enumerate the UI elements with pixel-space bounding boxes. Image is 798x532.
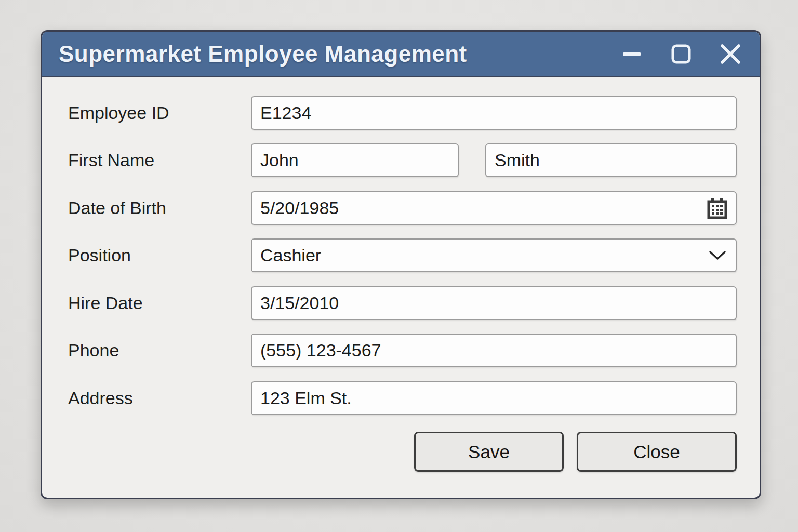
first-name-input[interactable] <box>251 143 459 177</box>
hire-date-label: Hire Date <box>68 286 143 320</box>
minimize-button[interactable] <box>620 43 643 65</box>
maximize-button[interactable] <box>670 43 693 65</box>
close-button[interactable]: Close <box>577 432 737 472</box>
form-row-address: Address <box>42 381 760 415</box>
employee-id-label: Employee ID <box>68 96 169 130</box>
date-of-birth-field <box>251 191 737 225</box>
position-select[interactable]: Cashier <box>251 238 737 272</box>
employee-id-input[interactable] <box>251 96 737 130</box>
phone-label: Phone <box>68 334 119 367</box>
phone-input[interactable] <box>251 334 737 367</box>
date-of-birth-input[interactable] <box>260 193 704 223</box>
close-icon <box>720 44 741 64</box>
hire-date-input[interactable] <box>251 286 737 320</box>
close-window-button[interactable] <box>719 43 742 65</box>
save-button[interactable]: Save <box>414 432 564 472</box>
address-label: Address <box>68 381 133 415</box>
form-row-date-of-birth: Date of Birth <box>42 191 760 225</box>
position-selected-value: Cashier <box>260 240 709 271</box>
window-title: Supermarket Employee Management <box>42 41 467 67</box>
address-input[interactable] <box>251 381 737 415</box>
chevron-down-icon <box>709 250 726 261</box>
calendar-icon <box>707 197 727 219</box>
date-of-birth-label: Date of Birth <box>68 191 166 225</box>
employee-management-window: Supermarket Employee Management Empl <box>41 30 761 499</box>
form-row-name: First Name <box>42 143 760 177</box>
titlebar[interactable]: Supermarket Employee Management <box>42 32 760 77</box>
minimize-icon <box>623 52 641 56</box>
form-row-employee-id: Employee ID <box>42 96 760 130</box>
date-picker-button[interactable] <box>704 195 729 222</box>
form-row-hire-date: Hire Date <box>42 286 760 320</box>
form-row-phone: Phone <box>42 334 760 367</box>
position-label: Position <box>68 238 131 272</box>
last-name-input[interactable] <box>485 143 737 177</box>
window-controls <box>620 43 760 65</box>
maximize-icon <box>671 44 691 64</box>
form-row-position: Position Cashier <box>42 238 760 272</box>
first-name-label: First Name <box>68 143 154 177</box>
